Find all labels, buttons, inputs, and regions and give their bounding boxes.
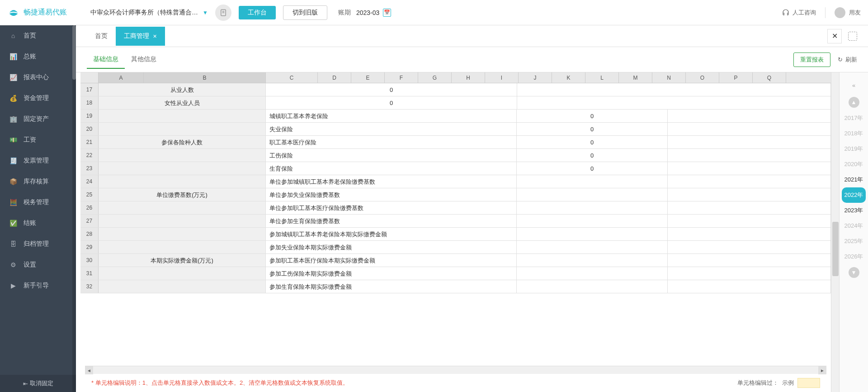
- row-header[interactable]: 19: [80, 110, 99, 122]
- cell-value[interactable]: [517, 215, 668, 227]
- row-sublabel[interactable]: 参加职工基本医疗保险本期实际缴费金额: [266, 254, 517, 267]
- reset-report-button[interactable]: 重置报表: [793, 53, 830, 67]
- sidebar-item-3[interactable]: 💰资金管理: [0, 88, 76, 109]
- col-header-C[interactable]: C: [266, 72, 318, 83]
- row-group-label[interactable]: [99, 228, 266, 240]
- col-header-M[interactable]: M: [619, 72, 652, 83]
- sidebar-unpin[interactable]: ⇤ 取消固定: [0, 375, 76, 392]
- cell-value[interactable]: 0: [266, 96, 517, 109]
- vertical-scrollbar[interactable]: [831, 72, 839, 392]
- row-sublabel[interactable]: 单位参加职工基本医疗保险缴费基数: [266, 201, 517, 214]
- year-2021年[interactable]: 2021年: [842, 172, 866, 187]
- horizontal-scrollbar[interactable]: ◄ ►: [85, 366, 826, 374]
- col-header-H[interactable]: H: [452, 72, 485, 83]
- cell-value[interactable]: [517, 175, 668, 188]
- tab-home[interactable]: 首页: [87, 27, 116, 46]
- row-group-label[interactable]: [99, 110, 266, 122]
- row-header[interactable]: 30: [80, 254, 99, 267]
- col-header-E[interactable]: E: [351, 72, 385, 83]
- row-group-label[interactable]: [99, 162, 266, 175]
- year-down-icon[interactable]: ▼: [849, 267, 859, 278]
- period-value[interactable]: 2023-03: [356, 9, 379, 16]
- col-header-D[interactable]: D: [318, 72, 351, 83]
- cell-value[interactable]: [517, 228, 668, 240]
- row-header[interactable]: 27: [80, 215, 99, 227]
- subtab-basic-info[interactable]: 基础信息: [87, 51, 125, 69]
- row-group-label[interactable]: 单位缴费基数(万元): [99, 188, 266, 201]
- corner-cell[interactable]: [80, 72, 99, 83]
- fullscreen-icon[interactable]: [848, 32, 857, 41]
- row-header[interactable]: 28: [80, 228, 99, 240]
- row-header[interactable]: 17: [80, 83, 99, 96]
- cell-value[interactable]: 0: [266, 83, 517, 96]
- row-group-label[interactable]: [99, 267, 266, 280]
- col-header-L[interactable]: L: [585, 72, 619, 83]
- sidebar-item-0[interactable]: ⌂首页: [0, 25, 76, 46]
- year-2022年[interactable]: 2022年: [842, 187, 866, 203]
- sidebar-scrollbar[interactable]: [72, 25, 76, 392]
- close-tabs-button[interactable]: ✕: [827, 29, 842, 43]
- sidebar-item-8[interactable]: 🧮税务管理: [0, 192, 76, 213]
- sidebar-item-10[interactable]: 🗄归档管理: [0, 234, 76, 254]
- row-sublabel[interactable]: 单位参加失业保险缴费基数: [266, 188, 517, 201]
- row-sublabel[interactable]: 参加生育保险本期实际缴费金额: [266, 280, 517, 293]
- col-header-Q[interactable]: Q: [753, 72, 786, 83]
- col-header-I[interactable]: I: [485, 72, 519, 83]
- cell-value[interactable]: 0: [517, 136, 668, 148]
- row-header[interactable]: 31: [80, 267, 99, 280]
- cell-value[interactable]: 0: [517, 149, 668, 162]
- sidebar-item-7[interactable]: 📦库存核算: [0, 171, 76, 192]
- tab-business-admin[interactable]: 工商管理 ✕: [116, 27, 165, 46]
- sidebar-item-2[interactable]: 📈报表中心: [0, 67, 76, 88]
- row-group-label[interactable]: [99, 149, 266, 162]
- cell-value[interactable]: [517, 188, 668, 201]
- row-sublabel[interactable]: 单位参加城镇职工基本养老保险缴费基数: [266, 175, 517, 188]
- row-sublabel[interactable]: 参加城镇职工基本养老保险本期实际缴费金额: [266, 228, 517, 240]
- cell-value[interactable]: 0: [517, 123, 668, 135]
- cell-value[interactable]: 0: [517, 162, 668, 175]
- row-sublabel[interactable]: 生育保险: [266, 162, 517, 175]
- old-version-button[interactable]: 切到旧版: [283, 5, 327, 20]
- workbench-button[interactable]: 工作台: [239, 6, 276, 19]
- row-header[interactable]: 32: [80, 280, 99, 293]
- row-group-label[interactable]: [99, 123, 266, 135]
- row-header[interactable]: 23: [80, 162, 99, 175]
- scroll-left-icon[interactable]: ◄: [85, 366, 93, 374]
- cell-value[interactable]: [517, 280, 668, 293]
- col-header-F[interactable]: F: [385, 72, 418, 83]
- col-header-P[interactable]: P: [719, 72, 753, 83]
- col-header-O[interactable]: O: [686, 72, 719, 83]
- sidebar-item-5[interactable]: 💵工资: [0, 129, 76, 150]
- col-header-J[interactable]: J: [519, 72, 552, 83]
- sidebar-item-11[interactable]: ⚙设置: [0, 254, 76, 275]
- row-label[interactable]: 从业人数: [99, 83, 266, 96]
- collapse-icon[interactable]: «: [849, 76, 859, 94]
- col-header-B[interactable]: B: [144, 72, 266, 83]
- row-header[interactable]: 29: [80, 241, 99, 253]
- row-sublabel[interactable]: 参加工伤保险本期实际缴费金额: [266, 267, 517, 280]
- row-header[interactable]: 21: [80, 136, 99, 148]
- support-link[interactable]: 人工咨询: [782, 9, 816, 17]
- year-up-icon[interactable]: ▲: [849, 97, 859, 108]
- user-menu[interactable]: 用友: [835, 7, 861, 18]
- cell-value[interactable]: [517, 267, 668, 280]
- row-group-label[interactable]: 本期实际缴费金额(万元): [99, 254, 266, 267]
- row-group-label[interactable]: [99, 201, 266, 214]
- row-sublabel[interactable]: 参加失业保险本期实际缴费金额: [266, 241, 517, 253]
- cell-value[interactable]: [517, 241, 668, 253]
- subtab-other-info[interactable]: 其他信息: [125, 51, 163, 69]
- spreadsheet[interactable]: ABCDEFGHIJKLMNOPQ 17从业人数018女性从业人员019城镇职工…: [80, 72, 831, 392]
- col-header-A[interactable]: A: [99, 72, 144, 83]
- row-sublabel[interactable]: 单位参加生育保险缴费基数: [266, 215, 517, 227]
- year-2023年[interactable]: 2023年: [842, 203, 866, 218]
- row-group-label[interactable]: [99, 280, 266, 293]
- sidebar-item-4[interactable]: 🏢固定资产: [0, 109, 76, 129]
- row-header[interactable]: 25: [80, 188, 99, 201]
- row-sublabel[interactable]: 工伤保险: [266, 149, 517, 162]
- refresh-button[interactable]: ↻ 刷新: [838, 56, 857, 64]
- row-group-label[interactable]: 参保各险种人数: [99, 136, 266, 148]
- row-header[interactable]: 20: [80, 123, 99, 135]
- company-selector[interactable]: 中审众环会计师事务所（特殊普通合伙... ▼: [90, 9, 208, 17]
- calendar-icon[interactable]: 📅: [383, 9, 391, 17]
- sidebar-item-1[interactable]: 📊总账: [0, 46, 76, 67]
